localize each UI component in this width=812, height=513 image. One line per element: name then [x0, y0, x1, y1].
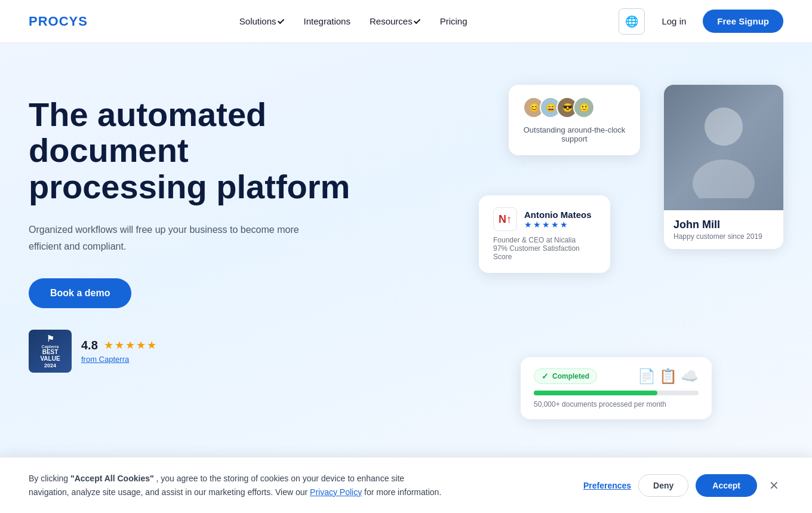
doc-icon-2: 📋: [659, 368, 677, 385]
login-button[interactable]: Log in: [652, 11, 696, 31]
review-card: N↑ Antonio Mateos ★ ★ ★ ★ ★ Founder & CE…: [479, 195, 610, 273]
preferences-button[interactable]: Preferences: [583, 481, 631, 490]
progress-bar-bg: [534, 391, 699, 395]
rev-star-1: ★: [524, 220, 532, 229]
rev-star-4: ★: [551, 220, 559, 229]
nav-resources[interactable]: Resources: [370, 16, 421, 26]
documents-card: ✓ Completed 📄 📋 ☁️ 50,000+ documents pro…: [521, 357, 712, 419]
privacy-policy-link[interactable]: Privacy Policy: [310, 487, 362, 497]
customer-sub: Happy customer since 2019: [673, 232, 774, 241]
cookie-prefix: By clicking: [29, 474, 70, 483]
reviewer-row: N↑ Antonio Mateos ★ ★ ★ ★ ★: [493, 207, 596, 231]
cookie-text: By clicking "Accept All Cookies" , you a…: [29, 472, 447, 499]
globe-icon: 🌐: [625, 15, 638, 28]
svg-point-0: [705, 107, 743, 146]
doc-icon-1: 📄: [638, 368, 656, 385]
check-circle-icon: ✓: [542, 371, 549, 381]
person-silhouette-icon: [688, 97, 759, 198]
avatar-4: 🙂: [573, 97, 595, 118]
rev-star-3: ★: [542, 220, 550, 229]
cookie-suffix: for more information.: [364, 487, 441, 497]
reviewer-title: Founder & CEO at Nicalia: [493, 236, 596, 244]
chevron-down-icon: [414, 17, 420, 23]
nav-pricing[interactable]: Pricing: [440, 16, 467, 26]
nav-links: Solutions Integrations Resources Pricing: [239, 16, 467, 26]
accept-button[interactable]: Accept: [696, 474, 757, 497]
cookie-actions: Preferences Deny Accept ✕: [583, 474, 783, 497]
rating-info: 4.8 ★ ★ ★ ★ ★ from Capterra: [81, 339, 156, 364]
reviewer-score: 97% Customer Satisfaction Score: [493, 244, 596, 261]
reviewer-name: Antonio Mateos: [524, 210, 592, 220]
support-text: Outstanding around-the-clock support: [523, 125, 626, 143]
hero-title: The automated document processing platfo…: [29, 97, 375, 205]
signup-button[interactable]: Free Signup: [703, 10, 783, 33]
star-rating: ★ ★ ★ ★ ★: [104, 339, 156, 352]
photo-info: John Mill Happy customer since 2019: [664, 210, 783, 249]
star-5: ★: [147, 339, 156, 352]
customer-name: John Mill: [673, 219, 774, 231]
brand-logo[interactable]: PROCYS: [29, 14, 88, 29]
close-cookie-button[interactable]: ✕: [764, 476, 783, 495]
docs-icons: 📄 📋 ☁️: [638, 368, 699, 385]
review-stars: ★ ★ ★ ★ ★: [524, 220, 592, 229]
star-1: ★: [104, 339, 113, 352]
rating-score: 4.8: [81, 339, 98, 352]
capterra-badge: ⚑ Capterra BEST VALUE 2024: [29, 330, 72, 373]
svg-point-1: [693, 159, 755, 198]
hero-section: The automated document processing platfo…: [0, 43, 812, 473]
capterra-link[interactable]: from Capterra: [81, 355, 156, 364]
cloud-icon: ☁️: [681, 368, 699, 385]
rev-star-5: ★: [560, 220, 568, 229]
hero-cards: 😊 😄 😎 🙂 Outstanding around-the-clock sup…: [473, 85, 783, 431]
progress-bar-fill: [534, 391, 657, 395]
completed-badge: ✓ Completed: [534, 368, 597, 384]
nav-solutions[interactable]: Solutions: [239, 16, 285, 26]
rev-star-2: ★: [533, 220, 541, 229]
deny-button[interactable]: Deny: [638, 474, 688, 497]
demo-button[interactable]: Book a demo: [29, 278, 131, 308]
cookie-bold: "Accept All Cookies": [70, 474, 154, 483]
hero-left: The automated document processing platfo…: [29, 79, 375, 373]
star-2: ★: [115, 339, 124, 352]
navbar: PROCYS Solutions Integrations Resources …: [0, 0, 812, 43]
reviewer-name-block: Antonio Mateos ★ ★ ★ ★ ★: [524, 210, 592, 229]
star-4: ★: [136, 339, 146, 352]
hero-right: 😊 😄 😎 🙂 Outstanding around-the-clock sup…: [473, 85, 783, 431]
nav-integrations[interactable]: Integrations: [304, 16, 350, 26]
close-icon: ✕: [769, 478, 779, 493]
avatars-row: 😊 😄 😎 🙂: [523, 97, 626, 118]
support-card: 😊 😄 😎 🙂 Outstanding around-the-clock sup…: [509, 85, 640, 155]
capterra-flag-icon: ⚑: [47, 334, 54, 343]
chevron-down-icon: [277, 17, 284, 23]
star-3: ★: [125, 339, 135, 352]
customer-photo: [664, 85, 783, 210]
language-selector[interactable]: 🌐: [619, 8, 645, 35]
customer-photo-card: John Mill Happy customer since 2019: [664, 85, 783, 249]
docs-stat: 50,000+ documents processed per month: [534, 400, 699, 408]
reviewer-logo: N↑: [493, 207, 517, 231]
cookie-banner: By clicking "Accept All Cookies" , you a…: [0, 457, 812, 513]
hero-subtitle: Organized workflows will free up your bu…: [29, 222, 315, 254]
nav-actions: 🌐 Log in Free Signup: [619, 8, 783, 35]
capterra-row: ⚑ Capterra BEST VALUE 2024 4.8 ★ ★ ★ ★ ★…: [29, 330, 375, 373]
